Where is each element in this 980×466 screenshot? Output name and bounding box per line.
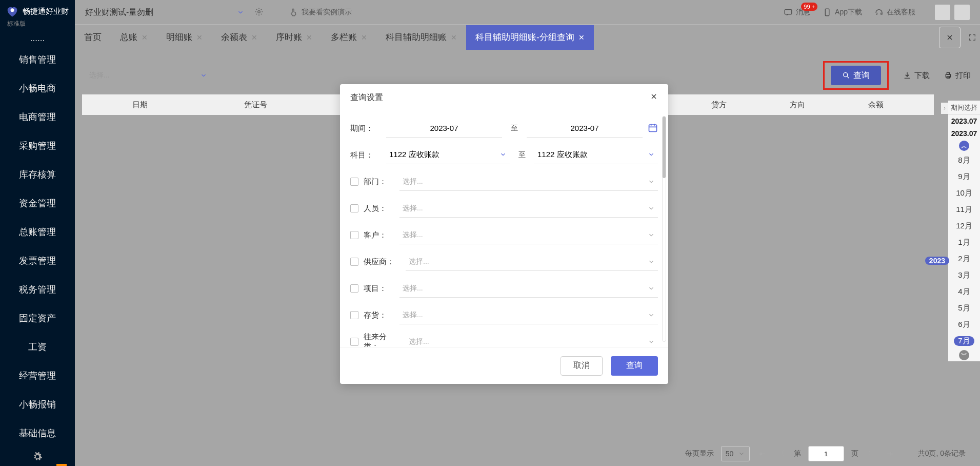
header-settings[interactable] — [254, 7, 264, 18]
query-highlight: 查询 — [823, 61, 889, 90]
user-avatars[interactable] — [935, 5, 970, 20]
field-select-3[interactable]: 选择... — [406, 253, 658, 271]
sidebar: 畅捷通好业财 标准版 ...... 销售管理小畅电商电商管理采购管理库存核算资金… — [0, 0, 75, 466]
sidebar-item-11[interactable]: 经营管理 — [0, 361, 75, 390]
period-month-5[interactable]: 1月 — [948, 234, 980, 250]
period-month-3[interactable]: 11月 — [948, 201, 980, 218]
period-month-0[interactable]: 8月 — [948, 152, 980, 168]
field-checkbox-4[interactable] — [350, 284, 358, 293]
fullscreen-button[interactable] — [965, 33, 980, 42]
field-checkbox-2[interactable] — [350, 231, 358, 239]
close-all-tabs[interactable] — [939, 27, 961, 48]
period-collapse-arrow[interactable] — [941, 103, 948, 114]
page-prev[interactable]: 〈 — [775, 448, 787, 459]
period-month-9[interactable]: 5月 — [948, 300, 980, 316]
tab-5[interactable]: 多栏账✕ — [322, 25, 376, 50]
tab-label: 首页 — [84, 31, 102, 43]
sidebar-item-8[interactable]: 税务管理 — [0, 275, 75, 304]
group-select[interactable]: 选择... — [84, 67, 212, 84]
sidebar-item-2[interactable]: 电商管理 — [0, 103, 75, 131]
field-select-5[interactable]: 选择... — [399, 306, 658, 324]
calendar-button[interactable] — [648, 123, 658, 134]
sidebar-item-1[interactable]: 小畅电商 — [0, 74, 75, 103]
period-month-10[interactable]: 6月 — [948, 316, 980, 333]
sidebar-item-13[interactable]: 基础信息 — [0, 419, 75, 448]
tab-0[interactable]: 首页 — [75, 25, 111, 50]
tab-7[interactable]: 科目辅助明细账-分组查询✕ — [466, 25, 594, 50]
sidebar-item-0[interactable]: 销售管理 — [0, 45, 75, 74]
page-last[interactable]: ⇥ — [884, 448, 895, 459]
page-first[interactable]: ⇤ — [757, 448, 768, 459]
field-select-6[interactable]: 选择... — [406, 333, 658, 347]
period-to[interactable]: 2023.07 — [948, 127, 980, 140]
sidebar-item-5[interactable]: 资金管理 — [0, 189, 75, 218]
ok-button[interactable]: 查询 — [611, 356, 658, 376]
subject-to-label: 至 — [515, 150, 529, 160]
period-scroll-down[interactable]: ︾ — [948, 349, 980, 361]
tab-6[interactable]: 科目辅助明细账✕ — [376, 25, 466, 50]
tab-close-icon[interactable]: ✕ — [361, 33, 367, 42]
period-month-4[interactable]: 12月 — [948, 218, 980, 234]
field-checkbox-1[interactable] — [350, 204, 358, 212]
field-label-1: 人员： — [364, 204, 394, 213]
demo-link[interactable]: 我要看实例演示 — [289, 8, 352, 17]
sidebar-item-7[interactable]: 发票管理 — [0, 246, 75, 275]
customer-service-link[interactable]: 在线客服 — [874, 8, 915, 17]
sidebar-item-6[interactable]: 总账管理 — [0, 218, 75, 246]
tab-close-icon[interactable]: ✕ — [251, 33, 257, 42]
period-from-input[interactable] — [386, 119, 502, 138]
sidebar-item-4[interactable]: 库存核算 — [0, 160, 75, 189]
period-month-1[interactable]: 9月 — [948, 168, 980, 185]
print-button[interactable]: 打印 — [944, 71, 971, 81]
cancel-button[interactable]: 取消 — [561, 356, 603, 376]
messages-link[interactable]: 消息 99 + — [784, 8, 810, 17]
sidebar-item-10[interactable]: 工资 — [0, 333, 75, 361]
chevron-down-icon — [200, 72, 207, 79]
sidebar-settings[interactable] — [0, 448, 75, 466]
field-select-1[interactable]: 选择... — [399, 199, 658, 218]
period-month-2[interactable]: 10月 — [948, 185, 980, 201]
modal-close-button[interactable] — [650, 92, 658, 103]
tab-close-icon[interactable]: ✕ — [196, 33, 203, 42]
field-checkbox-3[interactable] — [350, 258, 358, 266]
col-direction: 方向 — [777, 100, 818, 110]
tab-close-icon[interactable]: ✕ — [451, 33, 457, 42]
page-input[interactable] — [808, 446, 844, 461]
tab-close-icon[interactable]: ✕ — [306, 33, 312, 42]
sidebar-item-truncated[interactable]: ...... — [0, 31, 75, 45]
period-to-input[interactable] — [527, 119, 643, 138]
page-next[interactable]: 〉 — [866, 448, 877, 459]
period-month-6[interactable]: 2月 — [948, 250, 980, 267]
period-year-badge: 2023 — [925, 257, 949, 265]
workspace-dropdown[interactable]: 好业财测试-量勿删 — [85, 7, 244, 18]
subject-from-input[interactable] — [386, 146, 510, 164]
tab-label: 序时账 — [276, 31, 302, 43]
app-download-link[interactable]: App下载 — [823, 8, 862, 17]
tab-4[interactable]: 序时账✕ — [267, 25, 322, 50]
modal-scrollbar[interactable] — [662, 116, 666, 342]
sidebar-item-12[interactable]: 小畅报销 — [0, 390, 75, 419]
period-month-7[interactable]: 3月 — [948, 267, 980, 283]
field-select-0[interactable]: 选择... — [399, 172, 658, 191]
tab-3[interactable]: 余额表✕ — [212, 25, 267, 50]
period-scroll-up[interactable]: ︽ — [948, 140, 980, 152]
download-button[interactable]: 下载 — [903, 71, 930, 81]
page-prefix: 第 — [794, 449, 801, 458]
tab-close-icon[interactable]: ✕ — [578, 33, 585, 42]
field-select-2[interactable]: 选择... — [399, 226, 658, 244]
period-month-8[interactable]: 4月 — [948, 283, 980, 300]
tab-close-icon[interactable]: ✕ — [142, 33, 148, 42]
field-select-4[interactable]: 选择... — [399, 279, 658, 298]
page-size-select[interactable]: 50 — [721, 446, 750, 461]
period-month-11[interactable]: 7月 — [948, 333, 980, 349]
field-checkbox-0[interactable] — [350, 178, 358, 186]
field-checkbox-6[interactable] — [350, 338, 358, 346]
tab-1[interactable]: 总账✕ — [111, 25, 157, 50]
sidebar-item-3[interactable]: 采购管理 — [0, 131, 75, 160]
tab-2[interactable]: 明细账✕ — [157, 25, 212, 50]
field-checkbox-5[interactable] — [350, 311, 358, 319]
period-from[interactable]: 2023.07 — [948, 115, 980, 127]
sidebar-item-9[interactable]: 固定资产 — [0, 304, 75, 333]
query-button[interactable]: 查询 — [831, 66, 881, 85]
subject-to-input[interactable] — [534, 146, 658, 164]
